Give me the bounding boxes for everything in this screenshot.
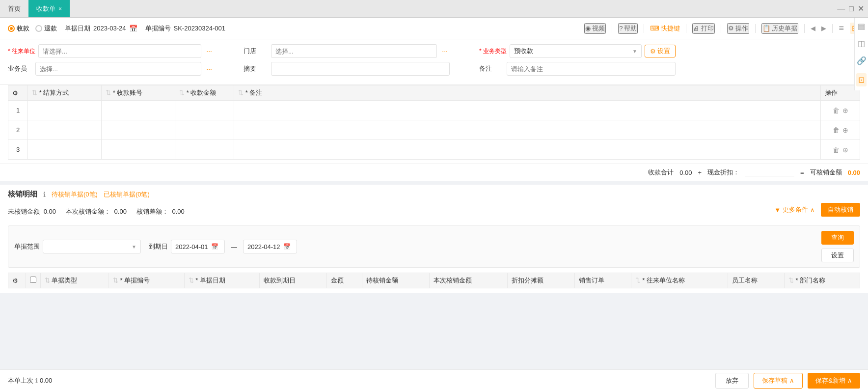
summary-input[interactable] — [271, 62, 450, 76]
biz-type-select[interactable]: 预收款 ▼ — [510, 44, 642, 58]
sort-icon4: ⇅ — [238, 89, 244, 96]
save-new-btn[interactable]: 保存&新增 ∧ — [808, 373, 860, 389]
help-label: 帮助 — [624, 24, 637, 33]
delete-row-3-icon[interactable]: 🗑 — [833, 146, 840, 154]
print-btn[interactable]: 🖨 打印 — [692, 23, 715, 34]
save-draft-btn[interactable]: 保存草稿 ∧ — [754, 373, 803, 389]
delete-row-2-icon[interactable]: 🗑 — [833, 126, 840, 134]
delete-row-1-icon[interactable]: 🗑 — [833, 107, 840, 114]
hexiao-info-icon[interactable]: ℹ — [43, 191, 46, 198]
row-remark-3[interactable] — [234, 140, 821, 160]
nav-right-icon[interactable]: ▶ — [821, 25, 826, 32]
row-amount-3[interactable] — [175, 140, 234, 160]
date-sep: — — [231, 243, 237, 251]
uncancelled-stat: 未核销金额 0.00 — [8, 207, 56, 216]
date-from-value: 2022-04-01 — [175, 243, 208, 251]
date-from-input[interactable]: 2022-04-01 📅 — [171, 240, 225, 253]
copy-row-1-icon[interactable]: ⊕ — [842, 107, 848, 114]
help-btn[interactable]: ? 帮助 — [618, 23, 638, 34]
bottom-stat-icon[interactable]: ℹ — [35, 377, 38, 384]
shortcut-btn[interactable]: ⌨ 快捷键 — [650, 24, 680, 33]
biz-type-field: 业务类型 预收款 ▼ ⚙ 设置 — [479, 44, 676, 58]
row-account-2[interactable] — [102, 120, 175, 140]
calendar-from-icon[interactable]: 📅 — [211, 243, 218, 250]
history-btn[interactable]: 📋 历史单据 — [761, 23, 798, 34]
bt-amount-header: 金额 — [327, 273, 362, 288]
row-amount-2[interactable] — [175, 120, 234, 140]
date-to-input[interactable]: 2022-04-12 📅 — [243, 240, 297, 253]
row-settle-2[interactable] — [28, 120, 102, 140]
staff-more-icon[interactable]: ··· — [204, 65, 214, 73]
nav-left-icon[interactable]: ◀ — [811, 25, 815, 32]
row-account-3[interactable] — [102, 140, 175, 160]
sort-icon3: ⇅ — [179, 89, 185, 96]
divider6 — [804, 24, 805, 33]
query-btn[interactable]: 查询 — [821, 231, 854, 245]
form-row-2: 业务员 ··· 摘要 备注 — [8, 62, 860, 76]
staff-field: 业务员 ··· — [8, 62, 214, 76]
tab-home[interactable]: 首页 — [0, 0, 28, 17]
col-account-header: ⇅ * 收款账号 — [102, 85, 175, 101]
bt-settings-header[interactable]: ⚙ — [8, 273, 26, 288]
row-amount-1[interactable] — [175, 101, 234, 120]
row-account-1[interactable] — [102, 101, 175, 120]
sidebar-icon-2[interactable]: ◫ — [858, 39, 865, 48]
row-remark-1[interactable] — [234, 101, 821, 120]
list-view-icon[interactable]: ≡ — [839, 23, 844, 33]
video-btn[interactable]: ◉ 视频 — [584, 23, 606, 34]
staff-input[interactable] — [35, 62, 201, 76]
discount-input[interactable] — [745, 168, 794, 176]
summary-label: 摘要 — [244, 64, 268, 73]
copy-row-2-icon[interactable]: ⊕ — [842, 126, 848, 134]
bt-settings-icon: ⚙ — [12, 277, 18, 284]
row-actions-3: 🗑 ⊕ — [821, 140, 860, 160]
tab-close-icon[interactable]: × — [58, 5, 62, 12]
counterpart-more-icon[interactable]: ··· — [204, 47, 214, 55]
more-conditions-btn[interactable]: ▼ 更多条件 ∧ — [774, 205, 815, 214]
action-btn[interactable]: ⚙ 操作 — [727, 23, 749, 34]
tab-bar: 首页 收款单 × — □ ✕ — [0, 0, 868, 18]
sidebar-icon-4[interactable]: ⊡ — [856, 73, 867, 86]
row-settle-1[interactable] — [28, 101, 102, 120]
tab-receipt[interactable]: 收款单 × — [28, 0, 70, 17]
copy-row-3-icon[interactable]: ⊕ — [842, 146, 848, 154]
remark-input[interactable] — [507, 62, 676, 76]
row-remark-2[interactable] — [234, 120, 821, 140]
row-settle-3[interactable] — [28, 140, 102, 160]
hexiao-title: 核销明细 — [8, 190, 37, 199]
save-draft-arrow: ∧ — [789, 377, 794, 384]
sidebar-icon-3[interactable]: 🔗 — [857, 56, 867, 65]
sidebar-icon-1[interactable]: ▤ — [858, 22, 865, 31]
biz-type-label: 业务类型 — [479, 47, 507, 56]
bt-due-header: 收款到期日 — [260, 273, 327, 288]
calendar-icon[interactable]: 📅 — [129, 25, 137, 32]
counterpart-input[interactable] — [38, 44, 201, 58]
receipt-table: ⚙ ⇅ * 结算方式 ⇅ * 收款账号 ⇅ * 收款金额 ⇅ * 备注 — [8, 85, 860, 160]
discard-btn[interactable]: 放弃 — [715, 373, 749, 389]
store-more-icon[interactable]: ··· — [440, 47, 450, 55]
done-tab[interactable]: 已核销单据(0笔) — [104, 190, 150, 199]
this-time-stat: 本次核销金额： 0.00 — [66, 207, 127, 216]
auto-hexiao-btn[interactable]: 自动核销 — [821, 203, 860, 217]
select-all-checkbox[interactable] — [30, 277, 36, 283]
more-conditions-label: 更多条件 — [783, 205, 808, 214]
store-input[interactable] — [271, 44, 437, 58]
refund-radio[interactable]: 退款 — [35, 24, 57, 33]
hexiao-settings-btn[interactable]: 设置 — [821, 249, 854, 262]
window-close-icon[interactable]: ✕ — [858, 4, 864, 13]
range-label: 单据范围 — [14, 242, 40, 251]
receipt-radio[interactable]: 收款 — [8, 24, 29, 33]
window-max-icon[interactable]: □ — [849, 4, 854, 13]
range-select[interactable]: ▼ — [43, 240, 141, 253]
number-field: 单据编号 SK-20230324-001 — [145, 24, 226, 33]
col-remark-header: ⇅ * 备注 — [234, 85, 821, 101]
remark-label: 备注 — [479, 64, 504, 73]
table-settings-header[interactable]: ⚙ — [8, 85, 28, 101]
receipt-radio-dot — [8, 25, 15, 32]
setup-button[interactable]: ⚙ 设置 — [645, 45, 676, 57]
table-row: 3 🗑 ⊕ — [8, 140, 860, 160]
calendar-to-icon[interactable]: 📅 — [283, 243, 291, 250]
pending-tab[interactable]: 待核销单据(0笔) — [52, 190, 98, 199]
bottom-stat: 本单上次 ℹ 0.00 — [8, 376, 52, 385]
window-min-icon[interactable]: — — [837, 4, 845, 13]
